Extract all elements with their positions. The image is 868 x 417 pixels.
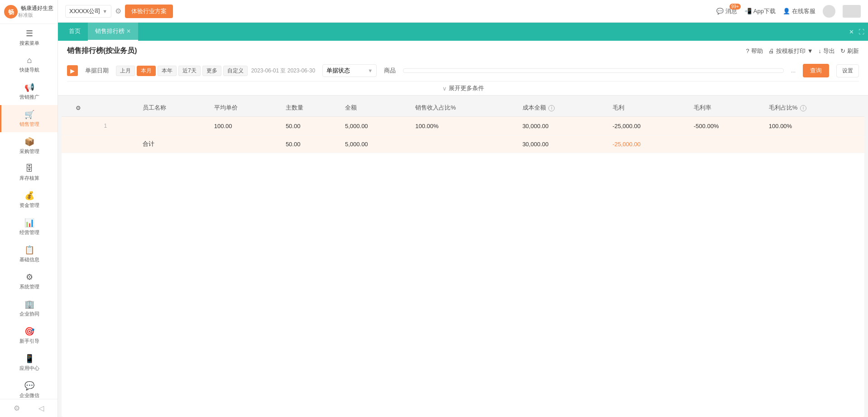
sidebar-label-wechat: 企业微信 xyxy=(19,392,39,399)
row-settings-cell xyxy=(62,117,96,135)
data-table-container: ⚙ 员工名称 平均单价 主数量 全额 销售收入占比% 成本全额 i 毛利 xyxy=(62,99,864,417)
sidebar-item-marketing[interactable]: 📢 营销推广 xyxy=(0,78,58,105)
export-button[interactable]: ↓ 导出 xyxy=(819,47,835,55)
date-filter-year[interactable]: 本年 xyxy=(158,66,177,76)
col-amount: 全额 xyxy=(340,99,410,117)
sidebar-item-search[interactable]: ☰ 搜索菜单 xyxy=(0,24,58,51)
sidebar-item-app-center[interactable]: 📱 应用中心 xyxy=(0,349,58,376)
settings-footer-icon[interactable]: ⚙ xyxy=(14,404,20,412)
row-gross-cell: -25,000.00 xyxy=(607,117,688,135)
col-gross: 毛利 xyxy=(607,99,688,117)
home-icon: ⌂ xyxy=(27,56,32,65)
sidebar-label-sales: 销售管理 xyxy=(19,121,39,128)
sidebar-item-inventory[interactable]: 🗄 库存核算 xyxy=(0,159,58,186)
col-gross-rate: 毛利率 xyxy=(688,99,763,117)
sidebar-item-basic-info[interactable]: 📋 基础信息 xyxy=(0,240,58,268)
sidebar-label-quick-nav: 快捷导航 xyxy=(19,67,39,73)
sidebar-item-operations[interactable]: 📊 经营管理 xyxy=(0,213,58,240)
date-filter-7days[interactable]: 近7天 xyxy=(178,66,201,76)
export-icon: ↓ xyxy=(819,48,822,54)
refresh-button[interactable]: ↻ 刷新 xyxy=(840,47,859,55)
date-filter-custom[interactable]: 自定义 xyxy=(223,66,248,76)
sidebar-item-purchase[interactable]: 📦 采购管理 xyxy=(0,132,58,159)
content-area: 销售排行榜(按业务员) ? 帮助 🖨 按模板打印 ▼ ↓ 导出 xyxy=(58,41,868,417)
search-menu-icon: ☰ xyxy=(26,29,33,38)
topbar-right: 💬 消息 99+ 📲 App下载 👤 在线客服 xyxy=(716,5,861,18)
sidebar-label-system: 系统管理 xyxy=(19,283,39,290)
settings-button[interactable]: 设置 xyxy=(836,64,859,77)
sidebar-label-inventory: 库存核算 xyxy=(19,175,39,182)
sidebar-item-quick-nav[interactable]: ⌂ 快捷导航 xyxy=(0,51,58,78)
window-close-icon[interactable]: ✕ xyxy=(849,29,854,35)
tab-sales-ranking[interactable]: 销售排行榜 ✕ xyxy=(88,23,138,41)
window-maximize-icon[interactable]: ⛶ xyxy=(858,29,864,35)
date-filters: 上月 本月 本年 近7天 更多 自定义 2023-06-01 至 2023-06… xyxy=(116,66,315,76)
table-settings-icon[interactable]: ⚙ xyxy=(76,105,81,111)
company-name: XXXXX公司 xyxy=(69,7,101,15)
basic-info-icon: 📋 xyxy=(24,245,34,255)
sidebar-menu: ☰ 搜索菜单 ⌂ 快捷导航 📢 营销推广 🛒 销售管理 📦 采购管理 🗄 库存核… xyxy=(0,24,58,399)
row-amount-cell: 5,000.00 xyxy=(340,117,410,135)
date-filter-more[interactable]: 更多 xyxy=(202,66,221,76)
trial-button[interactable]: 体验行业方案 xyxy=(125,5,173,18)
topbar: XXXXX公司 ▼ ⚙ 体验行业方案 💬 消息 99+ 📲 App下载 👤 在线… xyxy=(58,0,868,23)
message-action[interactable]: 💬 消息 99+ xyxy=(716,7,737,15)
print-button[interactable]: 🖨 按模板打印 ▼ xyxy=(768,47,813,55)
date-range-text: 2023-06-01 至 2023-06-30 xyxy=(251,67,315,75)
main-area: XXXXX公司 ▼ ⚙ 体验行业方案 💬 消息 99+ 📲 App下载 👤 在线… xyxy=(58,0,868,417)
sidebar-item-guide[interactable]: 🎯 新手引导 xyxy=(0,322,58,349)
cost-info-icon[interactable]: i xyxy=(548,105,555,111)
date-label: 单据日期 xyxy=(85,67,109,75)
refresh-icon: ↻ xyxy=(840,48,845,54)
row-rank-cell: 1 xyxy=(96,117,137,135)
goods-label: 商品 xyxy=(384,67,396,75)
expand-more-button[interactable]: ∨ 展开更多条件 xyxy=(67,81,859,95)
tab-close-icon[interactable]: ✕ xyxy=(126,28,131,34)
status-filter[interactable]: 单据状态 ▼ xyxy=(322,64,377,77)
more-filters-button[interactable]: ... xyxy=(791,67,796,74)
sidebar-label-purchase: 采购管理 xyxy=(19,148,39,155)
date-filter-current-month[interactable]: 本月 xyxy=(137,66,156,76)
sidebar: 畅 畅康通好生意 标准版 ☰ 搜索菜单 ⌂ 快捷导航 📢 营销推广 🛒 销售管理… xyxy=(0,0,58,417)
megaphone-icon: 📢 xyxy=(24,82,34,92)
help-button[interactable]: ? 帮助 xyxy=(746,47,762,55)
logo-subtitle: 标准版 xyxy=(18,12,53,19)
enterprise-icon: 🏢 xyxy=(24,299,34,309)
sidebar-label-operations: 经营管理 xyxy=(19,229,39,236)
page-header: 销售排行榜(按业务员) ? 帮助 🖨 按模板打印 ▼ ↓ 导出 xyxy=(58,41,868,96)
operations-icon: 📊 xyxy=(24,218,34,228)
goods-filter-input[interactable] xyxy=(403,68,784,73)
sidebar-item-finance[interactable]: 💰 资金管理 xyxy=(0,186,58,213)
filter-collapse-button[interactable]: ▶ xyxy=(67,65,78,76)
col-settings[interactable]: ⚙ xyxy=(62,99,96,117)
sidebar-item-system[interactable]: ⚙ 系统管理 xyxy=(0,268,58,295)
sidebar-item-sales[interactable]: 🛒 销售管理 xyxy=(0,105,58,132)
query-button[interactable]: 查询 xyxy=(803,64,829,77)
date-filter-prev-month[interactable]: 上月 xyxy=(116,66,135,76)
company-selector[interactable]: XXXXX公司 ▼ xyxy=(65,5,111,18)
footer-cost-cell: 30,000.00 xyxy=(517,135,607,153)
sidebar-item-wechat[interactable]: 💬 企业微信 xyxy=(0,376,58,399)
refresh-label: 刷新 xyxy=(847,47,859,55)
footer-gross-rate-cell xyxy=(688,135,763,153)
message-badge: 99+ xyxy=(729,4,741,10)
expand-arrow: ∨ xyxy=(442,85,447,92)
footer-rank-cell xyxy=(96,135,137,153)
row-cost-cell: 30,000.00 xyxy=(517,117,607,135)
sidebar-item-enterprise[interactable]: 🏢 企业协同 xyxy=(0,295,58,322)
col-avg-price: 平均单价 xyxy=(209,99,280,117)
user-avatar[interactable] xyxy=(823,5,835,18)
footer-gross-pct-cell xyxy=(763,135,864,153)
col-rank xyxy=(96,99,137,117)
online-service-action[interactable]: 👤 在线客服 xyxy=(783,7,815,15)
collapse-icon[interactable]: ◁ xyxy=(38,404,44,412)
status-label: 单据状态 xyxy=(326,67,350,75)
table-row: 1 100.00 50.00 5,000.00 100.00% 30,000.0… xyxy=(62,117,864,135)
col-cost: 成本全额 i xyxy=(517,99,607,117)
tab-home[interactable]: 首页 xyxy=(62,23,88,41)
purchase-icon: 📦 xyxy=(24,137,34,147)
app-download-action[interactable]: 📲 App下载 xyxy=(744,7,776,15)
cart-icon: 🛒 xyxy=(24,110,34,120)
gross-pct-info-icon[interactable]: i xyxy=(800,105,806,111)
topbar-gear-icon[interactable]: ⚙ xyxy=(115,7,121,15)
